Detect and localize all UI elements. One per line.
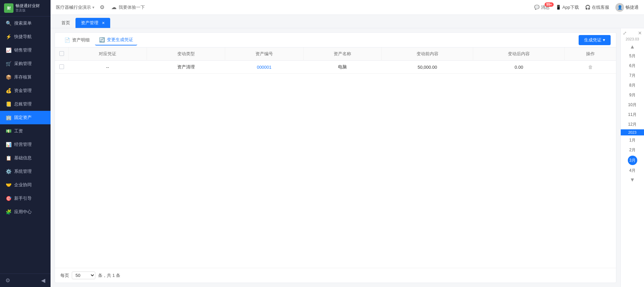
app-download-icon: 📱 [556, 5, 561, 10]
topbar: 医疗器械行业演示 ▾ ⚙ ☁ 我要体验一下 💬 消息 99+ 📱 App下载 🎧… [51, 0, 644, 15]
dropdown-arrow-icon: ▾ [92, 5, 94, 10]
logo-sub-text: 普及版 [16, 8, 40, 13]
sub-tab-change-voucher[interactable]: 🔄 变更生成凭证 [95, 35, 137, 45]
quicknav-icon: ⚡ [5, 34, 11, 40]
month-3-selected[interactable]: 3月 [628, 156, 637, 165]
nav-up-icon[interactable]: ▲ [628, 42, 637, 51]
month-2[interactable]: 2月 [621, 145, 644, 155]
messages-button[interactable]: 💬 消息 99+ [534, 4, 550, 10]
appstore-icon: 🧩 [5, 209, 11, 215]
year-label: 2023.03 [626, 37, 639, 41]
generate-voucher-label: 生成凭证 [584, 37, 602, 43]
tab-asset[interactable]: 资产管理 ✕ [75, 18, 110, 28]
sidebar-item-salary[interactable]: 💵 工资 [0, 124, 51, 138]
settings-gear-icon[interactable]: ⚙ [100, 4, 104, 10]
sidebar-item-system[interactable]: ⚙️ 系统管理 [0, 165, 51, 178]
asset-table: 对应凭证 变动类型 资产编号 资产名称 变动前内容 变动后内容 操作 [55, 47, 616, 268]
settings-icon[interactable]: ⚙ [5, 277, 10, 284]
salary-icon: 💵 [5, 128, 11, 134]
sidebar-item-label: 应用中心 [14, 209, 32, 215]
sidebar-item-sales[interactable]: 📈 销售管理 [0, 43, 51, 57]
sidebar-item-label: 搜索菜单 [14, 20, 32, 26]
sidebar-item-search[interactable]: 🔍 搜索菜单 [0, 17, 51, 30]
asset-panel: 📄 资产明细 🔄 变更生成凭证 生成凭证 ▾ [55, 32, 616, 283]
select-all-header[interactable] [55, 47, 68, 61]
nav-down-icon[interactable]: ▼ [628, 176, 637, 184]
experience-label: 我要体验一下 [119, 4, 145, 10]
row-checkbox-cell[interactable] [55, 61, 68, 74]
sidebar-item-ledger[interactable]: 📒 总账管理 [0, 97, 51, 111]
company-selector[interactable]: 医疗器械行业演示 ▾ [56, 4, 94, 10]
online-service-label: 在线客服 [592, 4, 609, 10]
sidebar-item-label: 销售管理 [14, 47, 32, 53]
month-4[interactable]: 4月 [621, 166, 644, 176]
col-asset-no: 资产编号 [225, 47, 303, 61]
per-page-label: 每页 [60, 273, 69, 279]
logo-text-block: 畅捷通好业财 普及版 [16, 3, 40, 13]
sub-tab-change-voucher-label: 变更生成凭证 [107, 37, 133, 43]
tab-close-icon[interactable]: ✕ [102, 21, 105, 25]
sidebar-item-label: 系统管理 [14, 168, 32, 174]
delete-row-icon[interactable]: 🗑 [588, 64, 593, 70]
sidebar-item-fixed-assets[interactable]: 🏢 固定资产 [0, 111, 51, 124]
month-7[interactable]: 7月 [621, 71, 644, 81]
month-8[interactable]: 8月 [621, 81, 644, 90]
finance-icon: 💰 [5, 88, 11, 94]
basics-icon: 📋 [5, 155, 11, 161]
change-voucher-icon: 🔄 [99, 37, 105, 42]
sidebar-item-label: 库存核算 [14, 74, 32, 80]
row-voucher: -- [68, 61, 147, 74]
month-12[interactable]: 12月 [621, 120, 644, 129]
sidebar-item-label: 资金管理 [14, 88, 32, 94]
sidebar-item-label: 经营管理 [14, 141, 32, 148]
month-5[interactable]: 5月 [621, 51, 644, 61]
sidebar-item-collab[interactable]: 🤝 企业协同 [0, 178, 51, 192]
system-icon: ⚙️ [5, 168, 11, 174]
experience-button[interactable]: ☁ 我要体验一下 [111, 4, 145, 10]
month-1[interactable]: 1月 [621, 135, 644, 145]
service-icon: 🎧 [585, 5, 590, 10]
per-page-select[interactable]: 50 10 20 100 [72, 272, 95, 279]
logo-app-name: 畅捷通好业财 [16, 3, 40, 8]
close-date-panel-icon[interactable]: ✕ [638, 30, 642, 36]
user-profile[interactable]: 👤 畅捷通 [615, 3, 639, 12]
online-service-button[interactable]: 🎧 在线客服 [585, 4, 609, 10]
sidebar-item-label: 企业协同 [14, 182, 32, 188]
sidebar-item-inventory[interactable]: 📦 库存核算 [0, 70, 51, 84]
expand-date-panel-icon[interactable]: ⤢ [623, 30, 627, 36]
row-before: 50,000.00 [381, 61, 473, 74]
col-before: 变动前内容 [381, 47, 473, 61]
main-area: 医疗器械行业演示 ▾ ⚙ ☁ 我要体验一下 💬 消息 99+ 📱 App下载 🎧… [51, 0, 644, 287]
sidebar-item-purchase[interactable]: 🛒 采购管理 [0, 57, 51, 70]
sidebar: 财 畅捷通好业财 普及版 🔍 搜索菜单 ⚡ 快捷导航 📈 销售管理 🛒 采购管理… [0, 0, 51, 287]
tab-asset-label: 资产管理 [81, 20, 98, 25]
row-action[interactable]: 🗑 [565, 61, 616, 74]
search-icon: 🔍 [5, 20, 11, 26]
ledger-icon: 📒 [5, 101, 11, 107]
sidebar-item-label: 固定资产 [14, 115, 32, 121]
year-badge-2023[interactable]: 2023 [621, 129, 644, 135]
sidebar-item-quicknav[interactable]: ⚡ 快捷导航 [0, 30, 51, 43]
month-10[interactable]: 10月 [621, 100, 644, 110]
collapse-icon[interactable]: ◀ [41, 277, 45, 284]
month-9[interactable]: 9月 [621, 90, 644, 100]
sidebar-item-operations[interactable]: 📊 经营管理 [0, 138, 51, 151]
sidebar-item-label: 基础信息 [14, 155, 32, 161]
message-icon: 💬 [534, 5, 540, 10]
month-6[interactable]: 6月 [621, 61, 644, 71]
sub-tab-asset-detail[interactable]: 📄 资产明细 [60, 35, 94, 45]
sidebar-nav: 🔍 搜索菜单 ⚡ 快捷导航 📈 销售管理 🛒 采购管理 📦 库存核算 💰 资金管… [0, 17, 51, 274]
sidebar-item-finance[interactable]: 💰 资金管理 [0, 84, 51, 97]
sidebar-item-label: 新手引导 [14, 195, 32, 201]
sidebar-item-appstore[interactable]: 🧩 应用中心 [0, 205, 51, 219]
col-voucher: 对应凭证 [68, 47, 147, 61]
generate-voucher-button[interactable]: 生成凭证 ▾ [579, 35, 611, 45]
col-asset-name: 资产名称 [303, 47, 381, 61]
row-checkbox[interactable] [59, 64, 64, 69]
sidebar-item-basics[interactable]: 📋 基础信息 [0, 151, 51, 165]
tab-home[interactable]: 首页 [56, 18, 75, 28]
app-download-button[interactable]: 📱 App下载 [556, 4, 579, 10]
select-all-checkbox[interactable] [59, 51, 64, 56]
sidebar-item-guide[interactable]: 🎯 新手引导 [0, 192, 51, 205]
month-11[interactable]: 11月 [621, 110, 644, 120]
